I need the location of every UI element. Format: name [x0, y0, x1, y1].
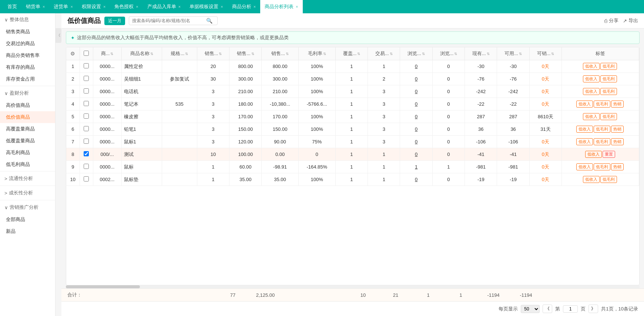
sidebar-item-high-margin[interactable]: 高毛利商品	[0, 147, 55, 159]
sidebar-item-inventory-capital[interactable]: 库存资金占用	[0, 73, 55, 85]
nav-purchase-order[interactable]: 进货单 ×	[49, 0, 77, 13]
sidebar-item-low-coverage[interactable]: 低覆盖量商品	[0, 135, 55, 147]
row-checkbox[interactable]	[84, 88, 89, 94]
row-browse1[interactable]: 0	[400, 173, 432, 186]
row-browse1[interactable]: 0	[400, 85, 432, 98]
browse1-value[interactable]: 0	[415, 101, 417, 107]
browse1-value[interactable]: 1	[415, 164, 417, 170]
row-browse1[interactable]: 1	[400, 161, 432, 173]
close-icon[interactable]: ×	[296, 4, 298, 9]
sidebar-item-low-value[interactable]: 低价值商品	[0, 111, 55, 123]
row-checkbox[interactable]	[84, 76, 89, 81]
search-icon[interactable]: 🔍	[206, 18, 212, 24]
nav-template-settings[interactable]: 单据模板设置 ×	[185, 0, 227, 13]
col-margin[interactable]: 毛利率⇅	[298, 47, 335, 60]
sidebar-group-profit[interactable]: ∨ 盈财分析	[0, 87, 55, 99]
col-browse1[interactable]: 浏览...⇅	[400, 47, 432, 60]
sidebar-item-high-value[interactable]: 高价值商品	[0, 99, 55, 111]
scrollbar-thumb[interactable]	[66, 285, 140, 288]
footer-browse2: 1	[446, 292, 476, 298]
sidebar-item-inventory-products[interactable]: 有库存的商品	[0, 61, 55, 73]
per-page-select[interactable]: 50 100	[521, 305, 540, 313]
close-icon[interactable]: ×	[221, 4, 223, 9]
close-icon[interactable]: ×	[43, 4, 45, 9]
row-spec: 参加复试	[162, 73, 197, 85]
row-checkbox[interactable]	[84, 176, 89, 181]
browse1-value[interactable]: 0	[415, 76, 417, 82]
col-browse2[interactable]: 浏览...⇅	[432, 47, 464, 60]
tag: 低收入	[583, 113, 600, 120]
sidebar-item-sales-products[interactable]: 销售类商品	[0, 26, 55, 38]
sidebar-collapse-button[interactable]: 《	[56, 28, 61, 43]
col-sales3[interactable]: 销售...⇅	[262, 47, 298, 60]
nav-permission[interactable]: 权限设置 ×	[77, 0, 110, 13]
sidebar-group-marketing[interactable]: ∨ 营销推广分析	[0, 201, 55, 214]
row-browse1[interactable]: 0	[400, 73, 432, 85]
close-icon[interactable]: ×	[254, 4, 256, 9]
browse1-value[interactable]: 0	[415, 139, 417, 145]
close-icon[interactable]: ×	[136, 4, 138, 9]
row-checkbox[interactable]	[84, 151, 89, 156]
col-available[interactable]: 可用...⇅	[497, 47, 529, 60]
row-browse1[interactable]: 0	[400, 123, 432, 136]
page-number-input[interactable]	[563, 305, 578, 313]
col-coverage[interactable]: 覆盖...⇅	[335, 47, 368, 60]
browse1-value[interactable]: 0	[415, 126, 417, 132]
col-gear[interactable]: ⚙	[66, 47, 80, 60]
row-browse1[interactable]: 0	[400, 136, 432, 148]
settings-icon[interactable]: ⚙	[70, 51, 75, 57]
row-checkbox[interactable]	[84, 101, 89, 106]
col-saleable[interactable]: 可销...⇅	[529, 47, 561, 60]
col-name[interactable]: 商品名称⇅	[121, 47, 162, 60]
sidebar-item-all-products[interactable]: 全部商品	[0, 214, 55, 225]
row-current: -242	[465, 85, 497, 98]
nav-sales-order[interactable]: 销货单 ×	[21, 0, 49, 13]
row-browse1[interactable]: 0	[400, 148, 432, 161]
sidebar-group-circulation[interactable]: > 流通性分析	[0, 172, 55, 185]
col-current[interactable]: 现有...⇅	[465, 47, 497, 60]
sidebar-group-growth[interactable]: > 成长性分析	[0, 187, 55, 199]
time-filter-button[interactable]: 近一月	[104, 17, 125, 25]
col-sales1[interactable]: 销售...⇅	[197, 47, 229, 60]
horizontal-scrollbar[interactable]	[66, 285, 640, 288]
nav-product-analysis[interactable]: 商品分析 ×	[228, 0, 260, 13]
browse1-value[interactable]: 0	[415, 64, 417, 69]
browse1-value[interactable]: 0	[415, 177, 417, 182]
table-row: 8 000/... 测试 10 100.00 0.00 0 1 1 0 0 -4…	[66, 148, 639, 161]
prev-page-button[interactable]: 《	[543, 305, 552, 313]
row-browse1[interactable]: 0	[400, 111, 432, 123]
browse1-value[interactable]: 0	[415, 152, 417, 157]
row-checkbox[interactable]	[84, 113, 89, 119]
row-browse1[interactable]: 0	[400, 98, 432, 111]
search-input[interactable]	[132, 18, 206, 23]
col-spec[interactable]: 规格...⇅	[162, 47, 197, 60]
col-tags[interactable]: 标签	[562, 47, 639, 60]
share-button[interactable]: ⎙ 分享	[604, 17, 618, 24]
sidebar-item-traded-products[interactable]: 交易过的商品	[0, 38, 55, 50]
row-checkbox[interactable]	[84, 164, 89, 169]
row-checkbox[interactable]	[84, 126, 89, 131]
nav-role-auth[interactable]: 角色授权 ×	[110, 0, 142, 13]
sidebar-item-high-coverage[interactable]: 高覆盖量商品	[0, 123, 55, 135]
row-browse1[interactable]: 0	[400, 60, 432, 73]
close-icon[interactable]: ×	[178, 4, 181, 9]
row-checkbox[interactable]	[84, 139, 89, 144]
col-sales2[interactable]: 销售...⇅	[229, 47, 262, 60]
col-code[interactable]: 商...⇅	[93, 47, 121, 60]
export-button[interactable]: ↗ 导出	[623, 17, 638, 24]
sidebar-item-low-margin[interactable]: 低毛利商品	[0, 159, 55, 170]
browse1-value[interactable]: 0	[415, 114, 417, 119]
sidebar-group-overall[interactable]: ∨ 整体信息	[0, 13, 55, 26]
next-page-button[interactable]: 》	[588, 305, 598, 313]
nav-product-analysis-list[interactable]: 商品分析列表 ×	[260, 0, 302, 13]
browse1-value[interactable]: 0	[415, 89, 417, 94]
nav-product-inbound[interactable]: 产成品入库单 ×	[143, 0, 185, 13]
close-icon[interactable]: ×	[70, 4, 73, 9]
sidebar-item-category-sales-rate[interactable]: 商品分类销售率	[0, 50, 55, 61]
sidebar-item-new-products[interactable]: 新品	[0, 225, 55, 237]
col-trade[interactable]: 交易...⇅	[368, 47, 400, 60]
nav-home[interactable]: 首页	[3, 0, 21, 13]
row-checkbox[interactable]	[84, 63, 89, 68]
select-all-checkbox[interactable]	[84, 51, 89, 56]
close-icon[interactable]: ×	[103, 4, 105, 9]
